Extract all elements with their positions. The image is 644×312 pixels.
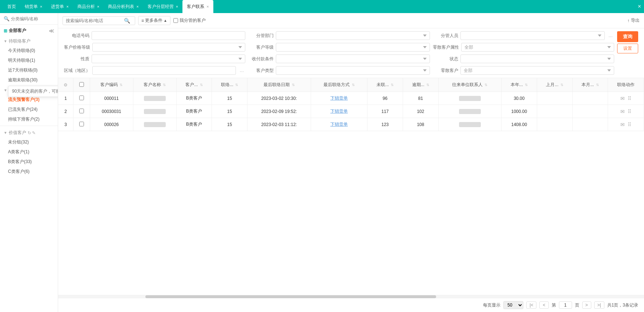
filter-select-price-level[interactable] [92, 43, 245, 52]
value-refresh-icon[interactable]: ↻ [28, 130, 31, 135]
sidebar-item-class-c-label: C类客户(6) [8, 169, 29, 174]
th-code[interactable]: 客户编码 ⇅ [90, 78, 133, 92]
sidebar-item-class-c[interactable]: C类客户(6) [0, 167, 58, 177]
tab-sales[interactable]: 销货单 × [20, 0, 47, 13]
tab-customer-tier-close[interactable]: × [176, 4, 178, 9]
sidebar-collapse-icon[interactable]: ≪ [49, 28, 54, 34]
settings-col-icon[interactable]: ⚙ [64, 82, 68, 88]
sidebar-item-class-b[interactable]: B类客户(33) [0, 157, 58, 167]
settings-button[interactable]: 设置 [617, 44, 638, 53]
tab-product-list[interactable]: 商品分析列表 × [104, 0, 143, 13]
table-container: ⚙ 客户编码 ⇅ 客户名称 ⇅ [58, 78, 644, 295]
prev-page-btn[interactable]: < [539, 301, 548, 309]
sidebar-item-today[interactable]: 今天待联络(0) [0, 46, 58, 56]
th-overdue-sort: ⇅ [426, 83, 429, 87]
th-contact-count-label: 联络... [221, 82, 233, 87]
sidebar-item-today-label: 今天待联络(0) [8, 48, 35, 53]
more-action-icon[interactable]: ⠿ [628, 122, 631, 127]
cell-code: 000026 [90, 118, 133, 131]
sidebar-item-unclassified[interactable]: 未分组(32) [0, 137, 58, 147]
th-last-contact-date[interactable]: 最后联络日期 ⇅ [247, 78, 311, 92]
contact-method-link[interactable]: 下销货单 [330, 109, 348, 114]
contact-action-icon[interactable]: ✉ [620, 96, 625, 101]
tab-sales-close[interactable]: × [40, 4, 42, 9]
filter-field-person: 分管人员 … [433, 31, 614, 40]
contact-method-link[interactable]: 下销货单 [330, 96, 348, 101]
filter-select-retail-attr[interactable]: 全部 [461, 43, 614, 52]
sidebar-section-pending[interactable]: ▼ 待联络客户 [0, 36, 58, 46]
sidebar-item-class-a[interactable]: A类客户(1) [0, 147, 58, 157]
row-checkbox[interactable] [79, 96, 84, 100]
per-page-select[interactable]: 50 100 [503, 301, 523, 309]
sidebar-section-value[interactable]: ▼ 价值客户 ↻ ✎ [0, 127, 58, 137]
contact-action-icon[interactable]: ✉ [620, 109, 625, 114]
filter-dots-region[interactable]: … [238, 68, 245, 73]
toolbar-search-input[interactable] [66, 18, 124, 23]
filter-select-payment[interactable] [276, 54, 430, 63]
th-customer-type[interactable]: 客户... ⇅ [176, 78, 212, 92]
filter-dots-person[interactable]: … [607, 33, 614, 38]
value-edit-icon[interactable]: ✎ [32, 130, 36, 135]
sidebar-item-overdue-contact[interactable]: 逾期未联络(30) [0, 75, 58, 85]
row-checkbox[interactable] [79, 122, 84, 126]
cell-customer-type: B类客户 [176, 92, 212, 105]
last-page-btn[interactable]: >| [594, 301, 604, 309]
more-action-icon[interactable]: ⠿ [628, 96, 631, 101]
th-overdue[interactable]: 逾期... ⇅ [403, 78, 438, 92]
sidebar-section-problem[interactable]: ▼ 问题客户 90天未交易的客户，可能有流失风险。 [0, 85, 58, 95]
tab-product-analysis-close[interactable]: × [97, 4, 99, 9]
filter-input-phone[interactable] [92, 31, 245, 40]
filter-input-region[interactable] [92, 66, 236, 75]
filter-select-dept[interactable] [276, 31, 430, 40]
contact-method-link[interactable]: 下销货单 [330, 122, 348, 127]
more-filter-btn[interactable]: ≡ 更多条件 ▲ [138, 16, 170, 25]
sidebar-item-declining[interactable]: 持续下滑客户(2) [0, 114, 58, 124]
sidebar-item-tomorrow[interactable]: 明天待联络(1) [0, 56, 58, 65]
contact-action-icon[interactable]: ✉ [620, 122, 625, 127]
next-page-btn[interactable]: > [582, 301, 591, 309]
tab-customer-tier[interactable]: 客户分层经营 × [143, 0, 182, 13]
export-btn[interactable]: ↑ 导出 [627, 17, 640, 24]
more-action-icon[interactable]: ⠿ [628, 109, 631, 114]
filter-select-nature[interactable] [92, 54, 245, 63]
blurred-name [144, 109, 166, 114]
query-button[interactable]: 查询 [617, 31, 638, 42]
my-customers-checkbox[interactable] [173, 18, 178, 23]
row-checkbox[interactable] [79, 109, 84, 113]
tab-customer-contact-close[interactable]: × [206, 4, 209, 9]
tab-product-analysis[interactable]: 商品分析 × [73, 0, 104, 13]
tab-home[interactable]: 首页 [3, 0, 20, 13]
close-all-tabs-btn[interactable]: × [638, 3, 641, 10]
sidebar-item-churned-label: 已流失客户(24) [8, 107, 37, 112]
tab-purchase[interactable]: 进货单 × [47, 0, 73, 13]
sidebar-item-churned[interactable]: 已流失客户(24) [0, 105, 58, 114]
th-uncontacted[interactable]: 未联... ⇅ [367, 78, 403, 92]
th-contacts-sort: ⇅ [484, 83, 487, 87]
tab-product-list-close[interactable]: × [136, 4, 138, 9]
sidebar-all-customers[interactable]: ⊞ 全部客户 ≪ [0, 25, 58, 36]
sidebar-item-7days[interactable]: 近7天待联络(0) [0, 65, 58, 75]
tab-purchase-close[interactable]: × [66, 4, 68, 9]
first-page-btn[interactable]: |< [526, 301, 536, 309]
tab-customer-contact[interactable]: 客户联系 × [182, 0, 213, 13]
horizontal-scrollbar[interactable] [58, 295, 644, 298]
th-last-contact-method[interactable]: 最后联络方式 ⇅ [311, 78, 367, 92]
filter-select-person[interactable] [460, 31, 605, 40]
toolbar-search-icon[interactable]: 🔍 [124, 18, 130, 24]
th-this-year[interactable]: 本年... ⇅ [502, 78, 537, 92]
my-customers-checkbox-label[interactable]: 我分管的客户 [173, 17, 206, 24]
filter-select-customer-type[interactable] [276, 66, 430, 75]
cell-last-method: 下销货单 [311, 92, 367, 105]
filter-select-status[interactable] [460, 54, 614, 63]
horizontal-scroll-thumb[interactable] [145, 295, 436, 298]
select-all-checkbox[interactable] [79, 82, 84, 87]
filter-select-customer-level[interactable] [276, 43, 430, 52]
th-this-month[interactable]: 本月... ⇅ [572, 78, 608, 92]
page-input[interactable] [559, 301, 572, 309]
filter-select-retail-customer[interactable]: 全部 [460, 66, 614, 75]
th-last-month[interactable]: 上月... ⇅ [537, 78, 572, 92]
th-contact-count[interactable]: 联络... ⇅ [212, 78, 247, 92]
th-name[interactable]: 客户名称 ⇅ [133, 78, 176, 92]
th-contacts[interactable]: 往来单位联系人 ⇅ [438, 78, 502, 92]
sidebar-search-input[interactable] [11, 16, 54, 21]
